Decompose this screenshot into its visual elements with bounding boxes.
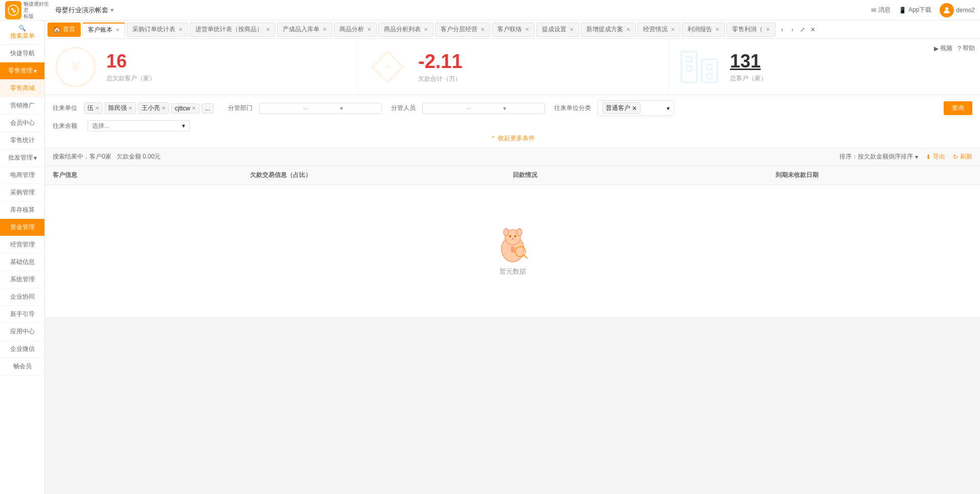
tab-close-icon-5[interactable]: ✕ <box>367 27 371 32</box>
remainder-input-wrap[interactable]: ▾ <box>87 120 190 131</box>
tab-scroll-left[interactable]: ‹ <box>777 23 787 37</box>
workspace-selector[interactable]: 母婴行业演示帐套 ▾ <box>55 6 114 15</box>
personnel-arrow-icon: ▾ <box>503 105 540 112</box>
sidebar-item-member2[interactable]: 畅会员 <box>0 358 44 375</box>
home-icon: 🏠 <box>53 26 61 33</box>
sidebar-item-enterprise[interactable]: 企业协同 <box>0 288 44 306</box>
logo-icon <box>5 1 21 19</box>
sidebar-item-inventory[interactable]: 库存核算 <box>0 201 44 219</box>
refresh-icon: ↻ <box>953 153 958 161</box>
tab-retail-profit[interactable]: 零售利润（ ✕ <box>726 23 776 37</box>
sidebar-item-basic-info[interactable]: 基础信息 <box>0 254 44 271</box>
unit-tag-1[interactable]: 伍 ✕ <box>84 102 103 114</box>
sidebar-item-retail-stats[interactable]: 零售统计 <box>0 132 44 149</box>
tab-close-icon-8[interactable]: ✕ <box>525 27 529 32</box>
sort-selector[interactable]: 排序：按欠款金额倒序排序 ▾ <box>839 152 918 161</box>
tab-close-icon-6[interactable]: ✕ <box>424 27 428 32</box>
collapse-btn[interactable]: ⌃ 收起更多条件 <box>491 134 535 143</box>
sidebar-item-marketing[interactable]: 营销推广 <box>0 97 44 115</box>
filter-row-1: 往来单位 伍 ✕ 陈民强 ✕ 王小亮 <box>53 100 972 116</box>
tab-close-icon-13[interactable]: ✕ <box>766 27 770 32</box>
tab-expand-btn[interactable]: ⤢ <box>797 23 808 37</box>
sidebar-item-app-center[interactable]: 应用中心 <box>0 323 44 341</box>
sidebar-item-newbie[interactable]: 新手引导 <box>0 306 44 323</box>
tab-product-inbound[interactable]: 产成品入库单 ✕ <box>277 23 332 37</box>
export-btn[interactable]: ⬇ 导出 <box>926 152 945 161</box>
classify-tag-remove-icon[interactable]: ✕ <box>632 105 637 112</box>
message-btn[interactable]: ✉ 消息 <box>871 6 891 14</box>
sidebar-item-capital[interactable]: 资金管理 <box>0 219 44 236</box>
tab-close-icon-3[interactable]: ✕ <box>266 27 270 32</box>
svg-text:+: + <box>384 60 391 74</box>
unit-tag-3[interactable]: 王小亮 ✕ <box>138 102 169 114</box>
tab-customer-account[interactable]: 客户账本 ✕ <box>82 23 125 37</box>
sidebar-item-operations[interactable]: 经营管理 <box>0 236 44 254</box>
sidebar-item-retail-mgmt[interactable]: 零售管理 ▾ <box>0 62 44 80</box>
app-download-btn[interactable]: 📱 App下载 <box>899 6 931 14</box>
tab-goods-analysis-list[interactable]: 商品分析列表 ✕ <box>378 23 434 37</box>
remove-tag-4-icon[interactable]: ✕ <box>192 105 196 111</box>
remove-tag-3-icon[interactable]: ✕ <box>162 105 166 111</box>
query-button[interactable]: 查询 <box>944 101 972 115</box>
dept-filter-label: 分管部门 <box>228 104 253 113</box>
tab-home[interactable]: 🏠 首页 <box>48 23 81 37</box>
unit-classify-select[interactable]: 普通客户 ✕ ▾ <box>598 100 674 116</box>
tab-customer-contact[interactable]: 客户联络 ✕ <box>492 23 535 37</box>
result-bar: 搜索结果中，客户0家 欠款金额 0.00元 排序：按欠款金额倒序排序 ▾ ⬇ 导… <box>45 148 980 166</box>
logo-text: 畅捷通好生意 标版 <box>24 1 51 19</box>
personnel-dots-icon[interactable]: ··· <box>466 105 504 112</box>
tab-close-icon-4[interactable]: ✕ <box>323 27 327 32</box>
sidebar-item-retail-mall[interactable]: 零售商城 <box>0 80 44 97</box>
sidebar-item-member[interactable]: 会员中心 <box>0 115 44 132</box>
top-bar-right: ✉ 消息 📱 App下载 demo2 <box>871 3 975 17</box>
tab-close-all-btn[interactable]: ✕ <box>808 23 818 37</box>
refresh-btn[interactable]: ↻ 刷新 <box>953 152 972 161</box>
tab-promotion-settings[interactable]: 提成设置 ✕ <box>536 23 579 37</box>
tab-goods-analysis[interactable]: 商品分析 ✕ <box>334 23 377 37</box>
app-container: 畅捷通好生意 标版 母婴行业演示帐套 ▾ ✉ 消息 📱 App下载 demo2 <box>0 0 980 494</box>
tab-close-icon-11[interactable]: ✕ <box>671 27 675 32</box>
personnel-select[interactable]: ··· ▾ <box>422 103 545 114</box>
table-header: 客户信息 欠款交易信息（占比） 回款情况 到期未收款日期 <box>45 166 980 185</box>
user-avatar-btn[interactable]: demo2 <box>940 3 975 17</box>
unit-filter-label: 往来单位 <box>53 104 77 113</box>
stat-card-debt-customers: ¥ 16 总欠款客户（家） <box>45 39 357 95</box>
tab-close-icon-7[interactable]: ✕ <box>481 27 485 32</box>
tab-close-icon-10[interactable]: ✕ <box>626 27 630 32</box>
dept-select[interactable]: ··· ▾ <box>259 103 382 114</box>
col-header-customer: 客户信息 <box>53 171 250 179</box>
tab-close-icon-9[interactable]: ✕ <box>569 27 574 32</box>
remainder-input[interactable] <box>92 122 182 129</box>
tab-scroll-right[interactable]: › <box>787 23 797 37</box>
tab-close-icon-2[interactable]: ✕ <box>178 27 183 32</box>
dept-dots-icon[interactable]: ··· <box>303 105 340 112</box>
unit-tag-2[interactable]: 陈民强 ✕ <box>105 102 136 114</box>
tab-customer-segment[interactable]: 客户分层经营 ✕ <box>435 23 490 37</box>
logo-area: 畅捷通好生意 标版 <box>5 1 50 19</box>
personnel-filter-label: 分管人员 <box>391 104 416 113</box>
tab-inbound-stats[interactable]: 进货单统计表（按商品） ✕ <box>190 23 276 37</box>
sidebar-item-batch-mgmt[interactable]: 批发管理 ▾ <box>0 149 44 167</box>
sidebar-item-quick-nav[interactable]: 快捷导航 <box>0 45 44 62</box>
empty-state: 暂元数据 <box>45 185 980 317</box>
tab-operations-overview[interactable]: 经营情况 ✕ <box>637 23 680 37</box>
tab-close-icon-12[interactable]: ✕ <box>715 27 719 32</box>
sidebar-item-system[interactable]: 系统管理 <box>0 271 44 288</box>
message-icon: ✉ <box>871 7 876 14</box>
sidebar-item-ecommerce[interactable]: 电商管理 <box>0 167 44 184</box>
unit-classify-label: 往来单位分类 <box>554 104 591 113</box>
remove-tag-2-icon[interactable]: ✕ <box>128 105 132 111</box>
tab-purchase-stats[interactable]: 采购订单统计表 ✕ <box>127 23 188 37</box>
unit-tag-4[interactable]: cjttcw ✕ <box>171 103 199 114</box>
tab-close-icon[interactable]: ✕ <box>116 27 120 33</box>
tab-profit-report[interactable]: 利润报告 ✕ <box>682 23 725 37</box>
svg-point-16 <box>504 229 509 236</box>
result-text: 搜索结果中，客户0家 欠款金额 0.00元 <box>53 152 161 161</box>
col-header-date: 到期未收款日期 <box>776 171 973 179</box>
sidebar-item-wechat[interactable]: 企业微信 <box>0 341 44 358</box>
more-tags-btn[interactable]: ... <box>201 103 214 114</box>
sidebar-search[interactable]: 🔍 搜索菜单 <box>0 20 44 45</box>
remove-tag-1-icon[interactable]: ✕ <box>95 105 99 111</box>
sidebar-item-purchase[interactable]: 采购管理 <box>0 184 44 201</box>
tab-new-promotion[interactable]: 新增提成方案 ✕ <box>581 23 636 37</box>
